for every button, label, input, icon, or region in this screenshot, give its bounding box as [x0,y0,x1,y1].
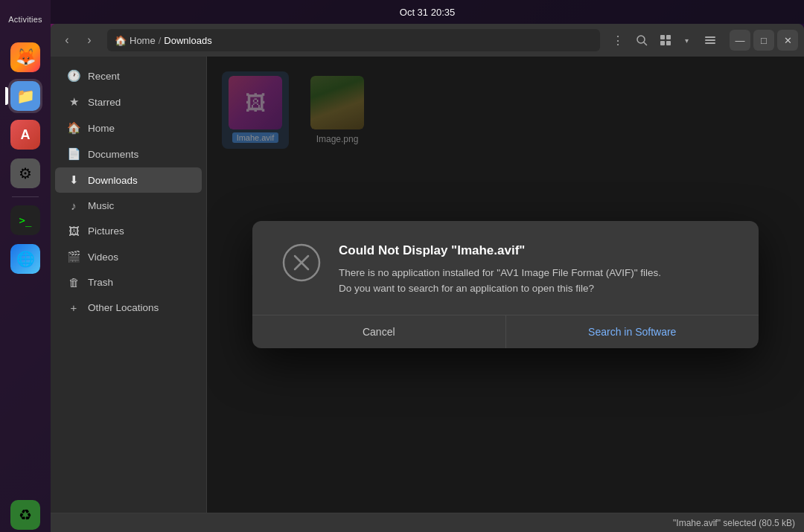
dialog-error-icon [282,243,321,282]
titlebar: ‹ › 🏠 Home / Downloads ⋮ [51,24,804,57]
svg-line-1 [644,42,647,45]
grid-view-icon [660,34,671,46]
sidebar-item-downloads[interactable]: ⬇ Downloads [55,167,202,193]
trash-icon: 🗑 [67,276,80,289]
music-icon: ♪ [67,199,80,212]
sidebar-label-downloads: Downloads [88,175,138,186]
activities-label: Activities [8,15,42,24]
breadcrumb-separator: / [159,35,162,46]
titlebar-actions: ⋮ ▾ [607,30,721,51]
files-icon: 📁 [10,81,40,111]
sidebar-label-videos: Videos [88,251,118,263]
downloads-icon: ⬇ [67,173,80,187]
taskbar: Activities 🦊 📁 A ⚙ >_ 🌐 ♻ [0,0,51,532]
sidebar-label-other-locations: Other Locations [88,302,159,313]
sidebar-item-music[interactable]: ♪ Music [55,193,202,218]
nav-buttons: ‹ › [57,30,100,51]
statusbar: "Imahe.avif" selected (80.5 kB) [51,513,804,532]
sidebar-label-music: Music [88,200,114,211]
svg-rect-6 [705,36,715,38]
taskbar-item-browser[interactable]: 🌐 [8,242,42,276]
breadcrumb: 🏠 Home / Downloads [107,29,600,51]
settings-icon: ⚙ [10,158,40,188]
datetime-display: Oct 31 20:35 [400,7,455,18]
dialog-overlay: Could Not Display "Imahe.avif" There is … [207,57,804,513]
sidebar: 🕐 Recent ★ Starred 🏠 Home 📄 Documents ⬇ … [51,57,207,513]
sidebar-item-home[interactable]: 🏠 Home [55,115,202,141]
dialog-buttons: Cancel Search in Software [252,315,759,348]
activities-button[interactable]: Activities [0,6,51,33]
sidebar-item-recent[interactable]: 🕐 Recent [55,63,202,89]
file-manager-window: ‹ › 🏠 Home / Downloads ⋮ [51,24,804,532]
sidebar-label-home: Home [88,123,115,134]
appstore-icon: A [10,120,40,150]
search-in-software-button[interactable]: Search in Software [505,315,759,348]
documents-icon: 📄 [67,147,80,161]
view-dropdown-button[interactable]: ▾ [676,30,697,51]
file-area: Imahe.avif Image.png [207,57,804,513]
other-locations-icon: + [67,301,80,314]
home-sidebar-icon: 🏠 [67,121,80,135]
view-grid-button[interactable] [655,30,676,51]
svg-rect-4 [660,41,665,45]
browser-icon: 🌐 [10,244,40,274]
taskbar-item-appstore[interactable]: A [8,118,42,152]
search-icon [636,34,648,46]
taskbar-item-settings[interactable]: ⚙ [8,156,42,190]
statusbar-text: "Imahe.avif" selected (80.5 kB) [673,518,795,528]
pictures-icon: 🖼 [67,225,80,237]
sidebar-item-starred[interactable]: ★ Starred [55,89,202,115]
sidebar-item-other-locations[interactable]: + Other Locations [55,295,202,320]
back-button[interactable]: ‹ [57,30,77,51]
videos-icon: 🎬 [67,250,80,263]
content-area: 🕐 Recent ★ Starred 🏠 Home 📄 Documents ⬇ … [51,57,804,513]
sidebar-item-pictures[interactable]: 🖼 Pictures [55,219,202,243]
taskbar-item-terminal[interactable]: >_ [8,203,42,237]
taskbar-item-files[interactable]: 📁 [8,79,42,113]
dialog-body: Could Not Display "Imahe.avif" There is … [252,221,759,315]
sidebar-label-trash: Trash [88,277,113,288]
dialog-message-line2: Do you want to search for an application… [339,283,594,294]
list-view-icon [704,34,716,46]
breadcrumb-current: Downloads [164,35,211,46]
sidebar-item-videos[interactable]: 🎬 Videos [55,244,202,269]
svg-rect-2 [660,35,665,39]
view-list-button[interactable] [700,30,721,51]
taskbar-item-recycle[interactable]: ♻ [8,498,42,532]
taskbar-item-firefox[interactable]: 🦊 [8,40,42,74]
minimize-button[interactable]: — [730,30,750,51]
sidebar-item-documents[interactable]: 📄 Documents [55,141,202,167]
x-circle-icon [282,243,321,282]
sidebar-label-pictures: Pictures [88,225,124,237]
close-button[interactable]: ✕ [777,30,798,51]
window-controls: — □ ✕ [730,30,798,51]
error-dialog: Could Not Display "Imahe.avif" There is … [252,221,759,348]
recycle-icon: ♻ [10,500,40,530]
search-button[interactable] [631,30,652,51]
svg-rect-3 [666,35,671,39]
dialog-text-area: Could Not Display "Imahe.avif" There is … [339,243,729,297]
home-icon: 🏠 [115,35,127,46]
maximize-button[interactable]: □ [753,30,774,51]
menu-button[interactable]: ⋮ [607,30,628,51]
dialog-title: Could Not Display "Imahe.avif" [339,243,729,258]
sidebar-label-starred: Starred [88,97,121,108]
sidebar-label-recent: Recent [88,71,120,82]
breadcrumb-home[interactable]: Home [130,35,156,46]
dialog-message: There is no application installed for "A… [339,266,729,297]
terminal-icon: >_ [10,205,40,235]
cancel-button[interactable]: Cancel [252,315,505,348]
sidebar-label-documents: Documents [88,149,138,160]
svg-rect-5 [666,41,671,45]
recent-icon: 🕐 [67,69,80,83]
svg-rect-8 [705,42,715,44]
svg-rect-7 [705,39,715,41]
sidebar-item-trash[interactable]: 🗑 Trash [55,270,202,295]
taskbar-divider [12,196,39,197]
topbar: Oct 31 20:35 [51,0,804,24]
view-toggle: ▾ [655,30,697,51]
starred-icon: ★ [67,95,80,109]
firefox-icon: 🦊 [10,42,40,72]
forward-button[interactable]: › [79,30,100,51]
dialog-message-line1: There is no application installed for "A… [339,267,661,278]
